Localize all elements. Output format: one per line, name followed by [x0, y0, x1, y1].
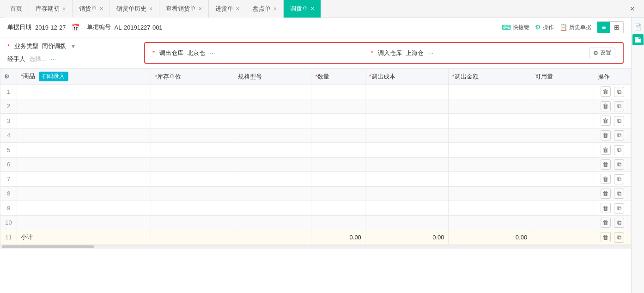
row-quantity-7[interactable]: [311, 172, 365, 187]
row-transfer-cost-8[interactable]: [365, 186, 448, 201]
transfer-in-more-button[interactable]: ···: [427, 49, 435, 57]
tab-purchase-order[interactable]: 进货单 ×: [209, 0, 246, 18]
row-stock-unit-7[interactable]: [151, 172, 234, 187]
row-product-7[interactable]: [17, 172, 151, 187]
tab-stocktake-close[interactable]: ×: [273, 6, 277, 12]
row-spec-9[interactable]: [234, 201, 311, 216]
row-stock-unit-3[interactable]: [151, 114, 234, 128]
delete-row-7-button[interactable]: 🗑: [601, 174, 611, 184]
row-transfer-cost-9[interactable]: [365, 201, 448, 216]
row-transfer-cost-7[interactable]: [365, 172, 448, 187]
handler-more-button[interactable]: ···: [50, 55, 57, 63]
sidebar-export-icon[interactable]: [632, 34, 644, 45]
list-view-button[interactable]: ≡: [597, 22, 610, 33]
delete-row-5-button[interactable]: 🗑: [601, 145, 611, 155]
copy-row-5-button[interactable]: ⧉: [614, 145, 624, 155]
copy-row-7-button[interactable]: ⧉: [614, 174, 624, 184]
th-gear[interactable]: ⚙: [0, 69, 17, 85]
row-stock-unit-4[interactable]: [151, 128, 234, 143]
close-window-button[interactable]: ×: [624, 0, 640, 18]
row-product-5[interactable]: [17, 143, 151, 158]
tab-inventory-init-close[interactable]: ×: [62, 6, 66, 12]
copy-row-1-button[interactable]: ⧉: [614, 87, 624, 97]
row-transfer-amount-9[interactable]: [448, 201, 531, 216]
grid-view-button[interactable]: ⊞: [610, 22, 623, 33]
row-available-10[interactable]: [531, 215, 594, 230]
delete-row-1-button[interactable]: 🗑: [601, 86, 611, 97]
settings-button[interactable]: ⚙ 设置: [589, 48, 615, 58]
delete-row-9-button[interactable]: 🗑: [601, 203, 611, 213]
copy-row-2-button[interactable]: ⧉: [614, 101, 624, 111]
row-available-2[interactable]: [531, 99, 594, 114]
row-transfer-cost-3[interactable]: [365, 114, 448, 128]
row-transfer-cost-10[interactable]: [365, 215, 448, 230]
copy-row-3-button[interactable]: ⧉: [614, 116, 624, 126]
history-button[interactable]: 📋 历史单据: [559, 24, 591, 31]
row-stock-unit-10[interactable]: [151, 215, 234, 230]
transfer-out-more-button[interactable]: ···: [209, 49, 216, 57]
sidebar-doc-icon[interactable]: 📄: [632, 21, 644, 32]
row-spec-4[interactable]: [234, 128, 311, 143]
row-available-4[interactable]: [531, 128, 594, 143]
row-available-7[interactable]: [531, 172, 594, 187]
row-quantity-2[interactable]: [311, 99, 365, 114]
copy-row-4-button[interactable]: ⧉: [614, 130, 624, 140]
delete-row-4-button[interactable]: 🗑: [601, 130, 611, 140]
row-transfer-cost-1[interactable]: [365, 85, 448, 99]
row-quantity-10[interactable]: [311, 215, 365, 230]
tab-home[interactable]: 首页: [4, 0, 29, 18]
tab-view-sales-close[interactable]: ×: [199, 6, 202, 12]
tab-sales-order-close[interactable]: ×: [100, 6, 103, 12]
row-transfer-amount-8[interactable]: [448, 186, 531, 201]
row-quantity-1[interactable]: [311, 85, 365, 99]
row-transfer-amount-2[interactable]: [448, 99, 531, 114]
delete-row-10-button[interactable]: 🗑: [601, 218, 611, 228]
row-product-9[interactable]: [17, 201, 151, 216]
row-quantity-8[interactable]: [311, 186, 365, 201]
business-type-dropdown[interactable]: ▾: [70, 43, 77, 50]
row-transfer-cost-2[interactable]: [365, 99, 448, 114]
tab-transfer[interactable]: 调拨单 ×: [284, 0, 321, 18]
row-spec-7[interactable]: [234, 172, 311, 187]
row-spec-5[interactable]: [234, 143, 311, 158]
row-product-8[interactable]: [17, 186, 151, 201]
delete-row-8-button[interactable]: 🗑: [601, 189, 611, 199]
row-product-2[interactable]: [17, 99, 151, 114]
copy-row-8-button[interactable]: ⧉: [614, 189, 624, 199]
row-spec-6[interactable]: [234, 157, 311, 172]
row-product-1[interactable]: [17, 85, 151, 99]
row-quantity-3[interactable]: [311, 114, 365, 128]
row-transfer-amount-5[interactable]: [448, 143, 531, 158]
tab-transfer-close[interactable]: ×: [311, 6, 314, 12]
tab-sales-order[interactable]: 销货单 ×: [73, 0, 110, 18]
row-available-1[interactable]: [531, 85, 594, 99]
gear-settings-icon[interactable]: ⚙: [4, 73, 10, 80]
row-stock-unit-9[interactable]: [151, 201, 234, 216]
row-transfer-amount-3[interactable]: [448, 114, 531, 128]
scrollbar-thumb[interactable]: [2, 245, 94, 248]
row-product-6[interactable]: [17, 157, 151, 172]
summary-delete-btn[interactable]: 🗑: [601, 232, 611, 242]
delete-row-2-button[interactable]: 🗑: [601, 101, 611, 111]
shortcuts-button[interactable]: ⌨ 快捷键: [502, 24, 529, 31]
summary-copy-btn[interactable]: ⧉: [614, 232, 624, 243]
row-stock-unit-1[interactable]: [151, 85, 234, 99]
row-product-4[interactable]: [17, 128, 151, 143]
row-quantity-5[interactable]: [311, 143, 365, 158]
row-spec-3[interactable]: [234, 114, 311, 128]
row-spec-10[interactable]: [234, 215, 311, 230]
row-available-8[interactable]: [531, 186, 594, 201]
calendar-icon[interactable]: 📅: [72, 24, 79, 31]
delete-row-3-button[interactable]: 🗑: [601, 116, 611, 126]
tab-stocktake[interactable]: 盘点单 ×: [246, 0, 284, 18]
row-available-5[interactable]: [531, 143, 594, 158]
row-transfer-amount-7[interactable]: [448, 172, 531, 187]
row-transfer-amount-6[interactable]: [448, 157, 531, 172]
row-quantity-6[interactable]: [311, 157, 365, 172]
horizontal-scrollbar[interactable]: [0, 245, 631, 249]
row-available-9[interactable]: [531, 201, 594, 216]
copy-row-10-button[interactable]: ⧉: [614, 218, 624, 228]
row-product-3[interactable]: [17, 114, 151, 128]
row-spec-8[interactable]: [234, 186, 311, 201]
row-spec-1[interactable]: [234, 85, 311, 99]
